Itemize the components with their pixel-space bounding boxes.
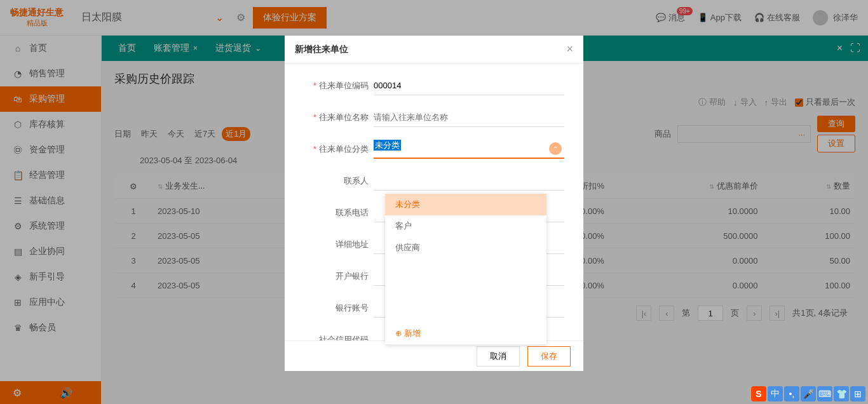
- unit-code-input[interactable]: [374, 76, 564, 95]
- unit-category-select[interactable]: 未分类: [374, 140, 564, 159]
- dropdown-option-customer[interactable]: 客户: [385, 215, 546, 237]
- ime-voice-icon[interactable]: 🎤: [801, 386, 816, 401]
- dropdown-option-supplier[interactable]: 供应商: [385, 237, 546, 259]
- close-icon[interactable]: ×: [566, 43, 573, 56]
- ime-lang-button[interactable]: 中: [768, 386, 783, 401]
- save-button[interactable]: 保存: [527, 346, 571, 367]
- unit-name-input[interactable]: [374, 108, 564, 127]
- modal-title: 新增往来单位: [295, 44, 348, 55]
- ime-punct-button[interactable]: •,: [784, 386, 799, 401]
- ime-toolbox-icon[interactable]: ⊞: [850, 386, 865, 401]
- ime-keyboard-icon[interactable]: ⌨: [817, 386, 832, 401]
- category-dropdown: 未分类 客户 供应商 ⊕ 新增: [385, 194, 546, 344]
- ime-skin-icon[interactable]: 👕: [834, 386, 849, 401]
- ime-logo-icon[interactable]: S: [751, 386, 766, 401]
- dropdown-add-new[interactable]: ⊕ 新增: [385, 322, 546, 344]
- cancel-button[interactable]: 取消: [477, 346, 520, 367]
- ime-bar: S 中 •, 🎤 ⌨ 👕 ⊞: [751, 386, 865, 401]
- chevron-up-icon[interactable]: ⌃: [549, 142, 562, 155]
- modal-footer: 取消 保存: [285, 340, 583, 371]
- contact-input[interactable]: [374, 172, 564, 191]
- dropdown-option-uncategorized[interactable]: 未分类: [385, 194, 546, 215]
- modal-header: 新增往来单位 ×: [285, 36, 583, 64]
